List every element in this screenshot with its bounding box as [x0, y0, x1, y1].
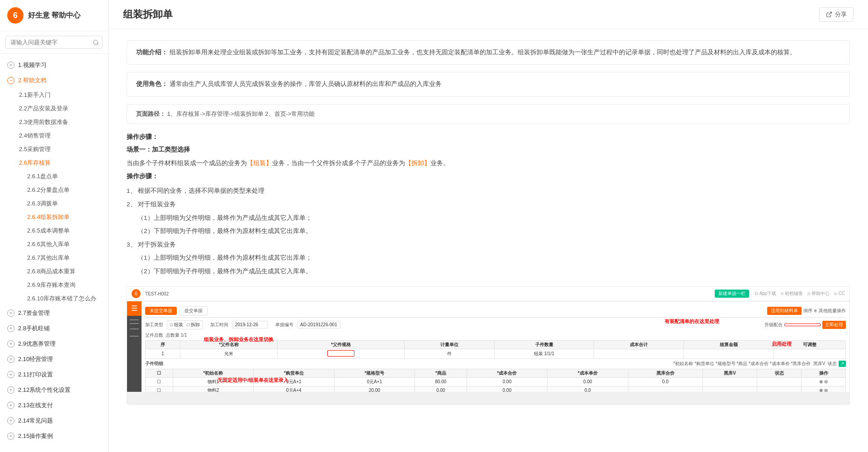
sidebar-item-2-6-10[interactable]: 2.6.10库存账本错了怎么办	[27, 292, 108, 305]
step-2-num: 2、	[127, 201, 137, 208]
sidebar-item-help-docs[interactable]: − 2.帮助文档	[0, 73, 108, 88]
mock-content: 未提交单据 提交单据 适用到材料单 倒序 ⊕ 其他批量操作 加工类型 □	[142, 301, 849, 392]
step-1: 1、 根据不同的业务，选择不同单据的类型来处理	[127, 185, 850, 197]
mock-row-total	[684, 349, 774, 358]
annotation-1: 有装配清单的在这里处理	[665, 318, 719, 325]
sidebar-item-label: 2.帮助文档	[18, 76, 47, 85]
sidebar-item-2-6-5[interactable]: 2.6.5成本调整单	[27, 224, 108, 238]
sidebar-item-coupon[interactable]: + 2.9优惠券管理	[0, 336, 108, 352]
sidebar-item-beginner[interactable]: 2.1新手入门	[19, 88, 108, 102]
mock-s-r1-ops: ⊕ ⊖	[802, 377, 846, 386]
mock-sub-header: 子件明细 *初始名称 *购货单位 *规格型号 *商品 *成本合价 *成本单价 *…	[145, 361, 846, 367]
mock-new-btn: 新建单据一栏	[715, 290, 749, 298]
mock-confirm-btn: 立即处理	[822, 321, 846, 329]
mock-s-avail2: 黑库合价	[628, 369, 703, 377]
sidebar-item-2-6-2[interactable]: 2.6.2分量盘点单	[27, 183, 108, 197]
sidebar-item-cases[interactable]: + 2.15操作案例	[0, 428, 108, 444]
mock-s-r1-avail2	[703, 377, 757, 386]
sidebar-item-mobile[interactable]: + 2.8手机旺铺	[0, 321, 108, 336]
mock-section-btns: 父件总数 总数量 1/1	[145, 332, 187, 338]
mock-s-ops: 操作	[802, 369, 846, 377]
mock-s-r2-sel: ☐	[146, 386, 173, 392]
main-area: 组装拆卸单 分享 功能介绍： 组装拆卸单用来处理企业组装或拆卸等加工业务，支持有…	[108, 0, 868, 452]
sidebar-item-data-prep[interactable]: 2.3使用前数据准备	[19, 115, 108, 129]
sidebar-item-sales[interactable]: 2.4销售管理	[19, 129, 108, 143]
mock-type-input: □ 组装 □ 拆卸	[167, 320, 203, 329]
function-intro-text: 组装拆卸单用来处理企业组装或拆卸等加工业务，支持有固定装配清单的产品加工业务，也…	[170, 49, 796, 56]
step-3-sub-1: （1）上部明细为父件明细，最终作为原材料生成其它出库单；	[137, 252, 850, 264]
sidebar-item-finance[interactable]: + 2.7资金管理	[0, 305, 108, 321]
mock-s-r2-avail2	[703, 386, 757, 392]
mock-tab-other: 提交单据	[179, 306, 208, 315]
sidebar-item-customize-label: 2.12系统个性化设置	[18, 386, 71, 394]
mock-s-r2-total: 0.0	[547, 386, 628, 392]
mock-right-label: 升级配合	[764, 322, 783, 328]
search-input[interactable]	[5, 36, 103, 49]
sidebar-item-faq-label: 2.14常见问题	[18, 417, 53, 425]
mock-topbar: 6 TEST-H002 新建单据一栏 ⊙ App下载 ⊙ 初档辅客 ⊙ 帮助中心…	[127, 287, 849, 301]
mock-s-r2-spec: 0元A+4	[254, 386, 334, 392]
path-box: 页面路径： 1、库存核算->库存管理->组装拆卸单 2、首页->常用功能	[127, 104, 850, 124]
sidebar-item-purchase[interactable]: 2.5采购管理	[19, 143, 108, 156]
search-area	[0, 31, 108, 54]
ops-title: 操作步骤：	[127, 133, 850, 141]
plus-icon-faq: +	[7, 417, 14, 424]
plus-icon-ops: +	[7, 356, 14, 363]
step-1-text: 根据不同的业务，选择不同单据的类型来处理	[138, 187, 264, 194]
sidebar-item-print[interactable]: + 2.11打印设置	[0, 367, 108, 382]
mock-row-spec	[278, 349, 405, 358]
mock-row-name: 光米	[180, 349, 278, 358]
sidebar-item-payment[interactable]: + 2.13在线支付	[0, 398, 108, 413]
mock-num-input: AD-20191226-001	[297, 321, 340, 328]
scene-title: 场景一：加工类型选择	[127, 146, 850, 154]
sidebar-item-install[interactable]: 2.2产品安装及登录	[19, 102, 108, 115]
sidebar-item-mobile-label: 2.8手机旺铺	[18, 324, 50, 333]
mock-row-unit: 件	[404, 349, 494, 358]
sidebar-item-coupon-label: 2.9优惠券管理	[18, 340, 56, 348]
sidebar-item-finance-label: 2.7资金管理	[18, 309, 50, 317]
role-box: 使用角色： 通常由生产人员或库管人员完成拆装业务的操作，库管人员确认原材料的出库…	[127, 72, 850, 96]
scene-desc-end: 业务。	[430, 160, 449, 167]
mock-col-spec: *父件规格	[278, 340, 405, 349]
mock-s-avail3: 黑库V	[703, 369, 757, 377]
sidebar-item-video[interactable]: + 1.视频学习	[0, 57, 108, 73]
svg-line-2	[829, 12, 831, 15]
sidebar-item-2-6-9[interactable]: 2.6.9库存账本查询	[27, 278, 108, 292]
mock-parent-label: 父件总数	[145, 332, 163, 338]
sidebar-item-2-6-4[interactable]: 2.6.4组装拆卸单	[27, 210, 108, 224]
mock-sub-info: *初始名称 *购货单位 *规格型号 *商品 *成本合价 *成本单价 *黑库合价 …	[673, 361, 837, 367]
mock-right-input	[784, 324, 821, 326]
sidebar-nav: + 1.视频学习 − 2.帮助文档 2.1新手入门 2.2产品安装及登录 2.3…	[0, 54, 108, 452]
sidebar-item-2-6-3[interactable]: 2.6.3调拨单	[27, 197, 108, 210]
mock-s-r1-sel: ☐	[146, 377, 173, 386]
share-button[interactable]: 分享	[819, 7, 854, 22]
sidebar-item-payment-label: 2.13在线支付	[18, 401, 53, 409]
mock-body: ☰	[127, 301, 849, 392]
sidebar-item-2-6-8[interactable]: 2.6.8商品成本重算	[27, 265, 108, 278]
sidebar: 6 好生意 帮助中心 + 1.视频学习 − 2.帮助文档 2.1新手入门 2.2…	[0, 0, 108, 452]
search-icon	[93, 39, 99, 46]
sidebar-item-2-6-7[interactable]: 2.6.7其他出库单	[27, 251, 108, 265]
mock-s-total2: *成本单价	[547, 369, 628, 377]
sidebar-item-label: 1.视频学习	[18, 61, 47, 69]
sidebar-item-inventory[interactable]: 2.6库存核算	[19, 156, 108, 170]
mock-row-avail	[774, 349, 846, 358]
mock-col-unit: 计量单位	[404, 340, 494, 349]
mock-ui: 6 TEST-H002 新建单据一栏 ⊙ App下载 ⊙ 初档辅客 ⊙ 帮助中心…	[127, 287, 849, 404]
svg-point-0	[94, 40, 98, 44]
sidebar-sub-inventory: 2.6.1盘点单 2.6.2分量盘点单 2.6.3调拨单 2.6.4组装拆卸单 …	[0, 170, 108, 305]
sidebar-item-customize[interactable]: + 2.12系统个性化设置	[0, 382, 108, 398]
mock-s-r1-total: 0.00	[547, 377, 628, 386]
mock-parent-table: 序 *父件名称 *父件规格 计量单位 子件数量 成本合计 核算金额 可调整	[145, 340, 846, 359]
sidebar-item-faq[interactable]: + 2.14常见问题	[0, 413, 108, 428]
scene-desc-mid: 业务，当由一个父件拆分成多个子产品的业务为	[272, 160, 405, 167]
path-text: 1、库存核算->库存管理->组装拆卸单 2、首页->常用功能	[167, 110, 315, 117]
ops-section: 操作步骤： 场景一：加工类型选择 当由多个子件材料组装成一个成品的业务为【组装】…	[127, 133, 850, 277]
mock-s-unitb: *规格型号	[334, 369, 415, 377]
plus-icon: +	[7, 62, 14, 69]
sidebar-item-2-6-6[interactable]: 2.6.6其他入库单	[27, 238, 108, 251]
plus-icon-payment: +	[7, 402, 14, 409]
mock-num-label: 单据编号	[275, 322, 293, 328]
sidebar-item-2-6-1[interactable]: 2.6.1盘点单	[27, 170, 108, 183]
sidebar-item-ops[interactable]: + 2.10经营管理	[0, 352, 108, 367]
